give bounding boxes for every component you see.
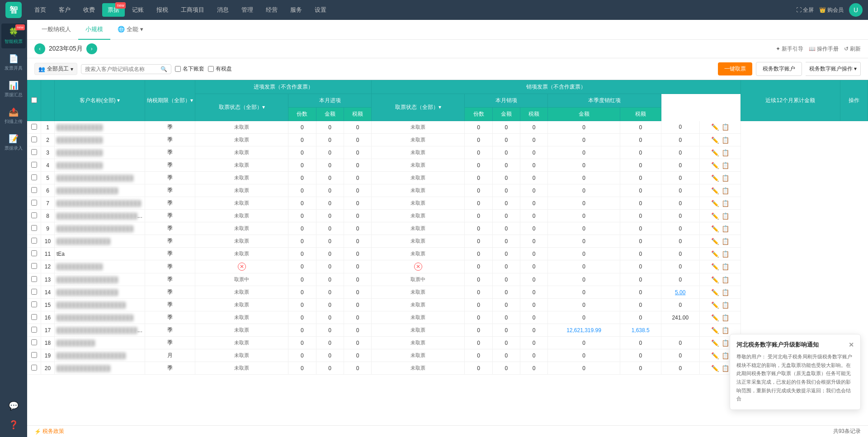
nav-ticket[interactable]: 票据 new [102, 3, 125, 17]
copy-icon[interactable]: 📋 [722, 314, 729, 321]
client-name[interactable]: ████████████████████ [55, 222, 145, 235]
row-checkbox[interactable] [31, 162, 37, 168]
tax-account-dropdown-btn[interactable]: 税务数字账户操作 ▾ [806, 62, 861, 76]
avatar[interactable]: U [849, 3, 863, 17]
client-name[interactable]: ████████████████████████████ [55, 324, 145, 337]
sidebar-item-invoice-open[interactable]: 📄 发票开具 [1, 50, 26, 75]
row-checkbox[interactable] [31, 124, 37, 130]
tab-general-taxpayer[interactable]: 一般纳税人 [34, 20, 78, 40]
tax-policy-btn[interactable]: ⚡ 税务政策 [34, 428, 64, 435]
tab-all[interactable]: 🌐 全能 ▾ [110, 20, 151, 40]
search-input[interactable] [85, 66, 159, 72]
sidebar-item-chat[interactable]: 💬 [1, 397, 26, 414]
sidebar-item-ticket-entry[interactable]: 📝 票据录入 [1, 130, 26, 155]
member-btn[interactable]: 👑 购会员 [819, 6, 844, 14]
client-name[interactable]: ████████████████ [55, 273, 145, 286]
nav-business[interactable]: 工商项目 [175, 3, 210, 17]
client-name[interactable]: ██████████ [55, 337, 145, 349]
copy-icon[interactable]: 📋 [722, 339, 729, 347]
row-checkbox[interactable] [31, 352, 37, 358]
edit-icon[interactable]: ✏️ [711, 123, 719, 131]
checkbox-account-input[interactable] [175, 66, 181, 72]
row-checkbox[interactable] [31, 339, 37, 345]
copy-icon[interactable]: 📋 [722, 365, 729, 372]
edit-icon[interactable]: ✏️ [711, 250, 719, 258]
tax-account-btn[interactable]: 税务数字账户 [756, 62, 802, 76]
row-checkbox[interactable] [31, 225, 37, 231]
copy-icon[interactable]: 📋 [722, 187, 729, 194]
edit-icon[interactable]: ✏️ [711, 200, 719, 207]
sidebar-item-help[interactable]: ❓ [1, 416, 26, 433]
client-name[interactable]: ██████████████████ [55, 349, 145, 362]
row-checkbox[interactable] [31, 212, 37, 218]
row-checkbox[interactable] [31, 238, 37, 244]
copy-icon[interactable]: 📋 [722, 276, 729, 283]
client-name[interactable]: ████████████████████ [55, 311, 145, 324]
checkbox-taxdisk[interactable]: 有税盘 [208, 65, 232, 73]
edit-icon[interactable]: ✏️ [711, 238, 719, 245]
client-name[interactable]: ██████████████ [55, 362, 145, 375]
operation-manual-btn[interactable]: 📖 操作手册 [809, 45, 839, 53]
tab-small-scale[interactable]: 小规模 [78, 20, 110, 40]
copy-icon[interactable]: 📋 [722, 238, 729, 245]
th-period[interactable]: 纳税期限（全部）▾ [145, 80, 195, 121]
client-name[interactable]: ████████████ [55, 134, 145, 146]
edit-icon[interactable]: ✏️ [711, 263, 719, 270]
copy-icon[interactable]: 📋 [722, 174, 729, 182]
nav-fee[interactable]: 收费 [78, 3, 100, 17]
nav-tax[interactable]: 报税 [151, 3, 174, 17]
copy-icon[interactable]: 📋 [722, 200, 729, 207]
row-checkbox[interactable] [31, 289, 37, 295]
client-name[interactable]: ████████████ [55, 159, 145, 172]
row-checkbox[interactable] [31, 327, 37, 333]
nav-bookkeeping[interactable]: 记账 [127, 3, 149, 17]
edit-icon[interactable]: ✏️ [711, 136, 719, 144]
client-name[interactable]: ████████████████████ [55, 172, 145, 184]
client-name[interactable]: ████████████████ [55, 286, 145, 299]
nav-operation[interactable]: 经营 [260, 3, 283, 17]
copy-icon[interactable]: 📋 [722, 149, 729, 156]
client-name[interactable]: ████████████████ [55, 184, 145, 197]
refresh-btn[interactable]: ↺ 刷新 [844, 45, 861, 53]
client-name[interactable]: ████████████ [55, 146, 145, 159]
copy-icon[interactable]: 📋 [722, 352, 729, 359]
employee-select[interactable]: 👥 全部员工 ▾ [34, 63, 77, 75]
copy-icon[interactable]: 📋 [722, 250, 729, 258]
nav-settings[interactable]: 设置 [309, 3, 332, 17]
th-input-status[interactable]: 取票状态（全部）▾ [195, 94, 288, 121]
row-checkbox[interactable] [31, 250, 37, 256]
edit-icon[interactable]: ✏️ [711, 339, 719, 347]
fullscreen-btn[interactable]: ⛶ 全屏 [796, 6, 814, 14]
row-checkbox[interactable] [31, 174, 37, 180]
row-checkbox[interactable] [31, 136, 37, 142]
row-checkbox[interactable] [31, 276, 37, 282]
copy-icon[interactable]: 📋 [722, 289, 729, 296]
popup-close-btn[interactable]: ✕ [849, 341, 854, 348]
nav-customer[interactable]: 客户 [53, 3, 76, 17]
period-prev-btn[interactable]: ‹ [34, 43, 45, 54]
copy-icon[interactable]: 📋 [722, 301, 729, 309]
checkbox-taxdisk-input[interactable] [208, 66, 214, 72]
edit-icon[interactable]: ✏️ [711, 174, 719, 182]
nav-message[interactable]: 消息 [212, 3, 234, 17]
row-checkbox[interactable] [31, 263, 37, 269]
app-logo[interactable]: 智 [5, 2, 22, 18]
edit-icon[interactable]: ✏️ [711, 327, 719, 334]
edit-icon[interactable]: ✏️ [711, 352, 719, 359]
client-name[interactable]: ██████████████ [55, 235, 145, 248]
client-name[interactable]: ████████████████████████ [55, 210, 145, 222]
new-user-guide-btn[interactable]: ✦ 新手引导 [776, 45, 803, 53]
period-next-btn[interactable]: › [86, 43, 97, 54]
row-checkbox[interactable] [31, 187, 37, 193]
one-click-ticket-btn[interactable]: 一键取票 [718, 62, 752, 75]
sidebar-item-scan-upload[interactable]: 📤 扫描上传 [1, 103, 26, 128]
copy-icon[interactable]: 📋 [722, 327, 729, 334]
client-name[interactable]: ██████████████████ [55, 299, 145, 311]
client-name[interactable]: ████████████ [55, 260, 145, 273]
row-checkbox[interactable] [31, 301, 37, 307]
client-name[interactable]: ████████████ [55, 121, 145, 134]
edit-icon[interactable]: ✏️ [711, 301, 719, 309]
edit-icon[interactable]: ✏️ [711, 289, 719, 296]
edit-icon[interactable]: ✏️ [711, 212, 719, 220]
checkbox-account[interactable]: 名下账套 [175, 65, 204, 73]
